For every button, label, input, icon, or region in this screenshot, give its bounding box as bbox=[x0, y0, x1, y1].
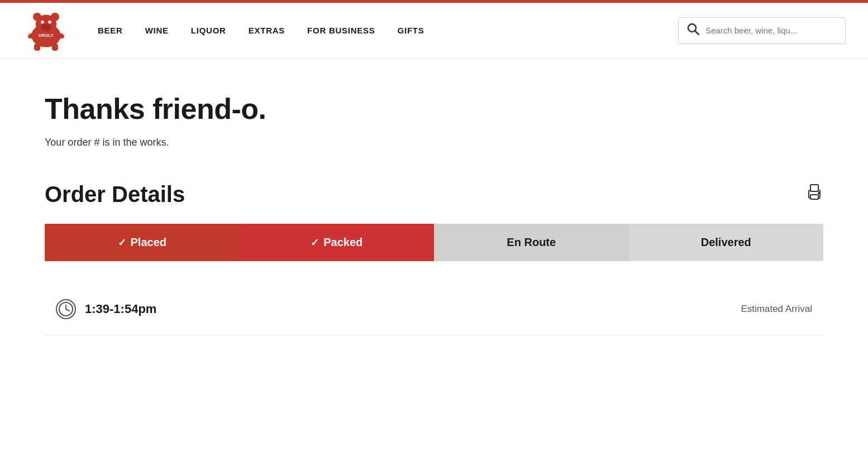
nav-for-business[interactable]: FOR BUSINESS bbox=[307, 26, 375, 35]
delivery-info-row: 1:39-1:54pm Estimated Arrival bbox=[45, 283, 823, 335]
search-icon bbox=[686, 22, 700, 39]
step-placed: ✓ Placed bbox=[45, 224, 240, 261]
svg-point-2 bbox=[33, 13, 41, 21]
svg-point-5 bbox=[41, 21, 44, 24]
order-details-header: Order Details bbox=[45, 182, 823, 207]
step-packed-label: Packed bbox=[323, 236, 363, 249]
svg-rect-8 bbox=[52, 44, 58, 51]
clock-icon bbox=[56, 299, 76, 319]
thanks-heading: Thanks friend-o. bbox=[45, 92, 823, 126]
step-placed-label: Placed bbox=[131, 236, 166, 249]
nav-wine[interactable]: WINE bbox=[145, 26, 169, 35]
step-en-route-label: En Route bbox=[507, 236, 556, 249]
delivery-time-section: 1:39-1:54pm bbox=[56, 299, 156, 319]
packed-checkmark: ✓ bbox=[311, 237, 319, 249]
order-details-title: Order Details bbox=[45, 182, 185, 207]
order-subtitle-after: is in the works. bbox=[102, 137, 169, 148]
order-subtitle: Your order # is in the works. bbox=[45, 137, 823, 148]
svg-rect-15 bbox=[810, 185, 818, 191]
svg-text:DRIZLY: DRIZLY bbox=[39, 33, 53, 38]
header: DRIZLY BEER WINE LIQUOR EXTRAS FOR BUSIN… bbox=[0, 3, 868, 59]
step-delivered-label: Delivered bbox=[701, 236, 751, 249]
nav-liquor[interactable]: LIQUOR bbox=[191, 26, 226, 35]
main-content: Thanks friend-o. Your order # is in the … bbox=[0, 59, 868, 358]
nav-extras[interactable]: EXTRAS bbox=[249, 26, 285, 35]
drizly-logo[interactable]: DRIZLY bbox=[22, 9, 70, 51]
estimated-arrival-label: Estimated Arrival bbox=[741, 304, 812, 315]
svg-line-13 bbox=[695, 31, 699, 35]
svg-point-17 bbox=[818, 192, 820, 194]
step-en-route: En Route bbox=[434, 224, 629, 261]
svg-point-6 bbox=[48, 21, 51, 24]
search-bar[interactable] bbox=[678, 17, 846, 44]
order-subtitle-before: Your order # bbox=[45, 137, 99, 148]
nav-gifts[interactable]: GIFTS bbox=[398, 26, 425, 35]
svg-point-4 bbox=[41, 23, 51, 31]
svg-point-3 bbox=[51, 13, 59, 21]
search-input[interactable] bbox=[705, 26, 837, 35]
svg-line-20 bbox=[66, 309, 69, 311]
main-nav: BEER WINE LIQUOR EXTRAS FOR BUSINESS GIF… bbox=[98, 26, 678, 35]
svg-rect-7 bbox=[34, 44, 40, 51]
nav-beer[interactable]: BEER bbox=[98, 26, 123, 35]
print-button[interactable] bbox=[805, 184, 823, 205]
logo-area[interactable]: DRIZLY bbox=[22, 9, 70, 51]
delivery-time: 1:39-1:54pm bbox=[85, 302, 156, 316]
progress-bar: ✓ Placed ✓ Packed En Route Delivered bbox=[45, 224, 823, 261]
step-packed: ✓ Packed bbox=[240, 224, 435, 261]
step-delivered: Delivered bbox=[629, 224, 824, 261]
svg-rect-16 bbox=[810, 195, 818, 199]
placed-checkmark: ✓ bbox=[118, 237, 126, 249]
